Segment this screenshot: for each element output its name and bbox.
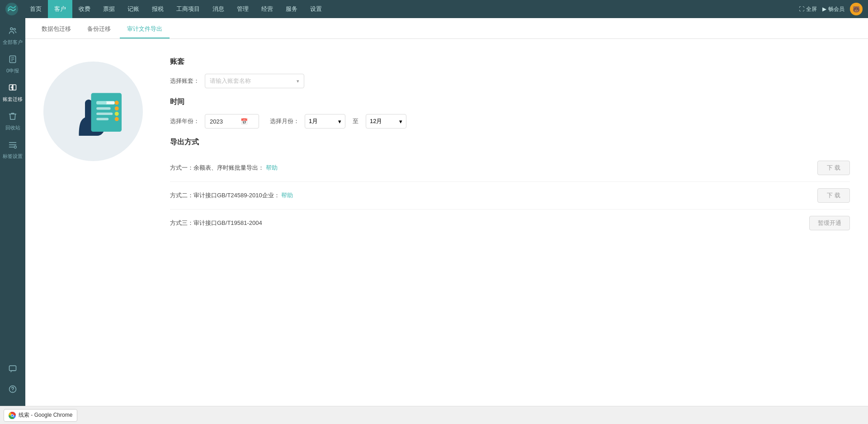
method-2-help-link[interactable]: 帮助 xyxy=(281,192,293,199)
taskbar: 线索 - Google Chrome xyxy=(0,406,868,424)
sidebar-item-recycle[interactable]: 回收站 xyxy=(0,107,25,136)
fullscreen-label: 全屏 xyxy=(806,5,817,13)
section-export-title: 导出方式 xyxy=(170,138,850,147)
svg-rect-15 xyxy=(96,107,111,110)
fullscreen-button[interactable]: ⛶ 全屏 xyxy=(799,5,817,13)
sidebar-bottom-area xyxy=(0,360,25,406)
svg-point-21 xyxy=(115,117,119,121)
tabs-bar: 数据包迁移 备份迁移 审计文件导出 xyxy=(25,18,868,39)
main-layout: 全部客户 0申报 账套迁移 xyxy=(0,18,868,406)
svg-point-18 xyxy=(115,101,119,105)
nav-item-tax[interactable]: 报税 xyxy=(146,0,170,18)
nav-item-client[interactable]: 客户 xyxy=(48,0,72,18)
nav-item-manage[interactable]: 管理 xyxy=(231,0,255,18)
svg-rect-16 xyxy=(96,113,113,115)
method-2-label: 方式二：审计接口GB/T24589-2010企业： xyxy=(170,192,280,199)
zero-declare-icon xyxy=(8,55,17,66)
month-end-select[interactable]: 12月 ▾ xyxy=(366,114,406,129)
label-select-month: 选择月份： xyxy=(270,117,299,125)
nav-item-fee[interactable]: 收费 xyxy=(72,0,97,18)
content-area: 数据包迁移 备份迁移 审计文件导出 xyxy=(25,18,868,406)
svg-point-12 xyxy=(12,391,13,391)
chrome-icon xyxy=(9,412,16,419)
member-button[interactable]: ▶ 畅会员 xyxy=(822,5,844,13)
illustration-svg xyxy=(52,71,134,152)
method-row-1: 方式一：余额表、序时账批量导出： 帮助 下 载 xyxy=(170,154,850,182)
taskbar-chrome-item[interactable]: 线索 - Google Chrome xyxy=(4,409,77,422)
method-3-text: 方式三：审计接口GB/T19581-2004 xyxy=(170,219,805,227)
illustration-area xyxy=(43,52,143,161)
sidebar-item-chat[interactable] xyxy=(0,360,25,380)
taskbar-item-label: 线索 - Google Chrome xyxy=(19,411,72,419)
nav-item-operation[interactable]: 经营 xyxy=(255,0,279,18)
recycle-icon xyxy=(8,112,17,123)
svg-point-9 xyxy=(14,146,16,148)
svg-point-2 xyxy=(14,29,15,30)
method-1-help-link[interactable]: 帮助 xyxy=(266,164,278,171)
svg-rect-17 xyxy=(96,118,108,120)
sidebar-label-tag-settings: 标签设置 xyxy=(3,153,23,160)
sidebar-item-zero-declare[interactable]: 0申报 xyxy=(0,50,25,79)
svg-rect-10 xyxy=(9,366,16,371)
sidebar-label-all-clients: 全部客户 xyxy=(3,39,23,46)
nav-right-area: ⛶ 全屏 ▶ 畅会员 🐻 xyxy=(799,0,863,18)
method-1-download-button[interactable]: 下 载 xyxy=(817,161,850,175)
sidebar-item-help[interactable] xyxy=(0,380,25,400)
sidebar-label-recycle: 回收站 xyxy=(5,124,20,131)
chat-icon xyxy=(8,364,17,376)
month-end-value: 12月 xyxy=(370,117,382,125)
fullscreen-icon: ⛶ xyxy=(799,6,804,12)
nav-item-service[interactable]: 服务 xyxy=(279,0,304,18)
nav-item-home[interactable]: 首页 xyxy=(24,0,48,18)
tab-audit-export[interactable]: 审计文件导出 xyxy=(120,20,170,38)
method-3-open-button[interactable]: 暂缓开通 xyxy=(809,216,850,230)
account-select[interactable]: 请输入账套名称 ▾ xyxy=(205,74,304,88)
top-navigation: 首页 客户 收费 票据 记账 报税 工商项目 消息 管理 经营 服务 设置 ⛶ … xyxy=(0,0,868,18)
method-2-download-button[interactable]: 下 载 xyxy=(817,188,850,203)
month-start-value: 1月 xyxy=(309,117,318,125)
section-time-title: 时间 xyxy=(170,97,850,107)
method-1-label: 方式一：余额表、序时账批量导出： xyxy=(170,164,264,171)
section-account-title: 账套 xyxy=(170,57,850,67)
account-row: 选择账套： 请输入账套名称 ▾ xyxy=(170,74,850,88)
between-label: 至 xyxy=(351,117,360,125)
svg-point-0 xyxy=(5,3,18,15)
app-logo xyxy=(4,1,20,17)
method-1-text: 方式一：余额表、序时账批量导出： 帮助 xyxy=(170,164,813,172)
time-row: 选择年份： 📅 选择月份： 1月 ▾ 至 12月 ▾ xyxy=(170,114,850,129)
month-end-chevron-icon: ▾ xyxy=(399,118,402,125)
export-section: 导出方式 方式一：余额表、序时账批量导出： 帮助 下 载 方式二：审计接口GB/… xyxy=(170,138,850,237)
nav-item-bookkeeping[interactable]: 记账 xyxy=(121,0,146,18)
method-3-label: 方式三：审计接口GB/T19581-2004 xyxy=(170,219,262,226)
year-value-input[interactable] xyxy=(210,118,237,125)
nav-item-invoice[interactable]: 票据 xyxy=(97,0,121,18)
year-input[interactable]: 📅 xyxy=(205,114,259,129)
user-avatar[interactable]: 🐻 xyxy=(850,3,863,15)
sidebar-item-all-clients[interactable]: 全部客户 xyxy=(0,22,25,50)
svg-point-20 xyxy=(115,112,119,116)
help-icon xyxy=(8,385,17,396)
tab-backup-migrate[interactable]: 备份迁移 xyxy=(80,20,118,38)
sidebar-item-account-migrate[interactable]: 账套迁移 xyxy=(0,79,25,107)
form-area: 账套 选择账套： 请输入账套名称 ▾ 时间 选择年份： 📅 选 xyxy=(170,52,850,237)
sidebar-label-zero-declare: 0申报 xyxy=(6,67,19,74)
all-clients-icon xyxy=(8,26,17,38)
nav-item-message[interactable]: 消息 xyxy=(206,0,231,18)
account-placeholder: 请输入账套名称 xyxy=(210,77,251,85)
method-2-text: 方式二：审计接口GB/T24589-2010企业： 帮助 xyxy=(170,191,813,200)
svg-point-1 xyxy=(10,28,13,30)
method-row-3: 方式三：审计接口GB/T19581-2004 暂缓开通 xyxy=(170,210,850,237)
nav-item-settings[interactable]: 设置 xyxy=(304,0,328,18)
play-icon: ▶ xyxy=(822,6,826,12)
account-chevron-icon: ▾ xyxy=(297,78,299,84)
tab-data-migrate[interactable]: 数据包迁移 xyxy=(34,20,78,38)
svg-point-19 xyxy=(115,106,119,110)
label-select-year: 选择年份： xyxy=(170,117,199,125)
month-start-select[interactable]: 1月 ▾ xyxy=(305,114,345,129)
svg-point-26 xyxy=(11,414,13,416)
method-row-2: 方式二：审计接口GB/T24589-2010企业： 帮助 下 载 xyxy=(170,182,850,210)
sidebar-item-tag-settings[interactable]: 标签设置 xyxy=(0,136,25,164)
nav-item-business[interactable]: 工商项目 xyxy=(170,0,206,18)
calendar-icon: 📅 xyxy=(241,118,248,125)
account-migrate-icon xyxy=(8,83,17,95)
